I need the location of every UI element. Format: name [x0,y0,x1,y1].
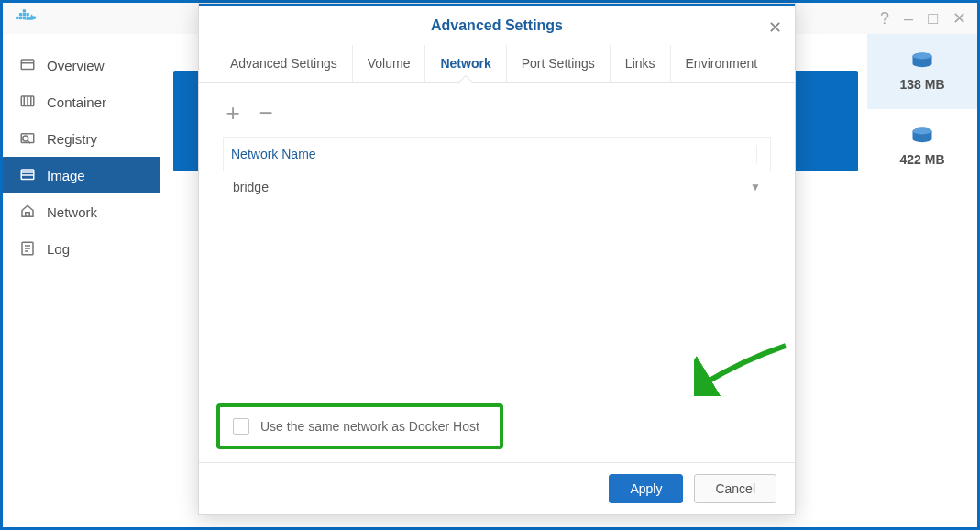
minimize-button[interactable]: – [904,9,913,28]
image-card[interactable]: 138 MB [867,34,977,109]
tab-port-settings[interactable]: Port Settings [506,45,610,82]
tab-network[interactable]: Network [424,45,505,82]
image-card[interactable]: 422 MB [867,109,977,184]
use-host-network-label: Use the same network as Docker Host [260,419,479,434]
image-icon [19,167,36,183]
sidebar-item-registry[interactable]: Registry [3,120,160,157]
svg-point-15 [23,136,28,141]
log-icon [19,240,36,257]
svg-rect-20 [26,213,30,217]
overview-icon [19,57,36,73]
network-icon [19,204,36,220]
chevron-down-icon: ▼ [750,181,761,193]
sidebar-item-network[interactable]: Network [3,193,160,230]
annotation-arrow-icon [694,341,795,396]
image-size-label: 138 MB [899,77,944,92]
sidebar-item-log[interactable]: Log [3,230,160,267]
add-network-button[interactable]: + [223,99,243,127]
advanced-settings-dialog: Advanced Settings ✕ Advanced Settings Vo… [198,3,796,515]
svg-rect-8 [21,60,34,70]
image-size-label: 422 MB [899,152,944,167]
disk-stack-icon [909,51,935,72]
maximize-button[interactable]: □ [928,9,938,28]
sidebar-item-label: Log [47,241,70,257]
sidebar-item-label: Network [47,204,97,220]
tab-links[interactable]: Links [610,45,670,82]
app-window: ? – □ ✕ Overview Container Registry Imag… [0,0,980,530]
container-icon [19,94,36,110]
help-button[interactable]: ? [880,9,889,28]
sidebar-item-label: Container [47,94,106,110]
svg-point-26 [913,52,932,59]
remove-network-button[interactable]: − [256,99,276,127]
svg-rect-4 [19,13,22,16]
sidebar-item-image[interactable]: Image [3,157,160,193]
apply-button[interactable]: Apply [609,474,683,503]
svg-rect-6 [27,13,29,16]
sidebar-item-overview[interactable]: Overview [3,47,160,83]
image-size-panel: 138 MB 422 MB [867,34,977,527]
sidebar: Overview Container Registry Image Networ… [3,34,160,527]
svg-rect-5 [23,13,26,16]
network-column-header: Network Name [223,137,771,171]
close-window-button[interactable]: ✕ [952,8,966,28]
sidebar-item-label: Registry [47,131,97,147]
dialog-footer: Apply Cancel [199,462,795,514]
dialog-tabs: Advanced Settings Volume Network Port Se… [199,45,795,83]
dialog-header: Advanced Settings ✕ [199,6,795,38]
tab-environment[interactable]: Environment [670,45,773,82]
svg-rect-2 [23,17,26,19]
tab-volume[interactable]: Volume [352,45,425,82]
svg-rect-0 [16,17,18,19]
svg-point-28 [913,127,932,134]
tab-advanced-settings[interactable]: Advanced Settings [215,45,352,82]
sidebar-item-container[interactable]: Container [3,83,160,120]
cancel-button[interactable]: Cancel [694,474,776,503]
dialog-title: Advanced Settings [431,17,563,33]
disk-stack-icon [909,127,935,147]
svg-rect-1 [19,17,22,19]
network-row-dropdown[interactable]: bridge ▼ [223,171,771,203]
svg-rect-7 [23,9,26,12]
registry-icon [19,130,36,147]
sidebar-item-label: Image [47,168,85,183]
docker-logo-icon [14,9,38,28]
use-host-network-highlight: Use the same network as Docker Host [216,403,503,449]
network-toolbar: + − [223,95,771,137]
use-host-network-checkbox[interactable] [233,418,249,435]
sidebar-item-label: Overview [47,58,105,73]
network-row-value: bridge [233,180,269,194]
dialog-close-button[interactable]: ✕ [768,17,782,38]
dialog-body: + − Network Name bridge ▼ Use the same n… [199,83,795,462]
